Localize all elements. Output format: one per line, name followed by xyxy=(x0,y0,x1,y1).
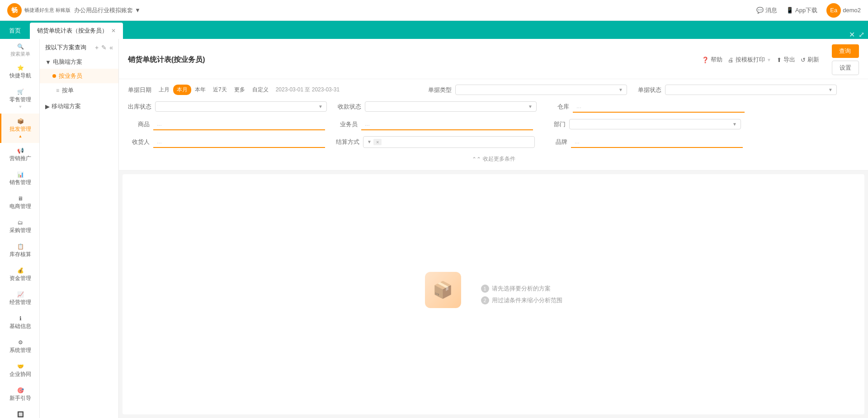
product-control[interactable]: ... xyxy=(153,118,325,130)
scheme-edit-btn[interactable]: ✎ xyxy=(101,44,107,51)
download-icon: 📱 xyxy=(786,7,793,14)
user-area[interactable]: Ea demo2 xyxy=(826,3,861,18)
newguide-label: 新手引导 xyxy=(9,394,31,402)
refresh-btn[interactable]: ↺ 刷新 xyxy=(801,56,819,64)
date-tab-more[interactable]: 更多 xyxy=(231,85,249,95)
scheme-add-btn[interactable]: + xyxy=(95,44,99,51)
warehouse-control[interactable]: ... xyxy=(573,100,745,113)
sidebar-item-appcenter[interactable]: 🔲 应用中心 xyxy=(0,407,39,418)
scheme-group-mobile: ▶ 移动端方案 xyxy=(40,100,118,115)
doc-type-select[interactable]: ▼ xyxy=(455,85,627,95)
breadcrumb[interactable]: 办公用品行业模拟账套 ▼ xyxy=(74,6,141,14)
payment-status-label: 收款状态 xyxy=(338,103,365,111)
print-label: 按模板打印 xyxy=(736,56,765,64)
product-dots: ... xyxy=(157,120,162,127)
tab-bar: 首页 销货单统计表（按业务员） ✕ ✕ ⤢ xyxy=(0,21,868,39)
department-select[interactable]: ▼ xyxy=(569,119,741,129)
settlement-tag-item: × xyxy=(373,139,382,145)
consignee-control[interactable]: ... xyxy=(153,136,325,148)
settlement-tag-control[interactable]: ▼ × xyxy=(363,136,535,148)
app-download-btn[interactable]: 📱 App下载 xyxy=(786,6,817,14)
marketing-label: 营销推广 xyxy=(9,155,31,162)
date-tab-last-month[interactable]: 上月 xyxy=(155,85,173,95)
date-label: 单据日期 xyxy=(128,86,155,94)
inventory-label: 库存核算 xyxy=(9,251,31,258)
retail-arrow: ▼ xyxy=(19,104,23,109)
tab-close-icon[interactable]: ✕ xyxy=(111,28,116,34)
search-label: 搜索菜单 xyxy=(10,51,30,57)
collapse-btn[interactable]: ⌃⌃ 收起更多条件 xyxy=(128,153,859,165)
tab-sales-stat[interactable]: 销货单统计表（按业务员） ✕ xyxy=(30,23,123,39)
out-status-select[interactable]: ▼ xyxy=(155,101,327,112)
settlement-tag-close[interactable]: × xyxy=(376,139,379,145)
sidebar-item-sales[interactable]: 📊 销售管理 xyxy=(0,167,39,191)
scheme-panel-title: 按以下方案查询 xyxy=(45,43,86,52)
collapse-label: 收起更多条件 xyxy=(483,155,515,163)
sidebar-item-inventory[interactable]: 📋 库存核算 xyxy=(0,239,39,263)
sidebar-item-basic[interactable]: ℹ 基础信息 xyxy=(0,311,39,335)
scheme-panel: 按以下方案查询 + ✎ « ▼ 电脑端方案 按业务员 ≡ 按单 xyxy=(40,39,119,418)
date-tabs: 上月 本月 本年 近7天 更多 自定义 xyxy=(155,85,272,95)
sidebar-search[interactable]: 🔍 搜索菜单 xyxy=(0,39,39,60)
payment-status-control[interactable]: ▼ xyxy=(365,101,537,112)
doc-status-control[interactable]: ▼ xyxy=(665,85,837,95)
scheme-group-mobile-header[interactable]: ▶ 移动端方案 xyxy=(40,100,118,113)
tab-close-all-icon[interactable]: ✕ xyxy=(849,30,855,39)
sidebar-item-finance[interactable]: 💰 资金管理 xyxy=(0,263,39,287)
doc-status-select[interactable]: ▼ xyxy=(665,85,837,95)
header-right: 💬 消息 📱 App下载 Ea demo2 xyxy=(756,3,861,18)
sidebar-item-marketing[interactable]: 📢 营销推广 xyxy=(0,143,39,167)
department-control[interactable]: ▼ xyxy=(569,119,741,129)
salesperson-input[interactable]: ... xyxy=(361,118,533,130)
sidebar-item-retail[interactable]: 🛒 零售管理 ▼ xyxy=(0,84,39,114)
sidebar-item-operations[interactable]: 📈 经营管理 xyxy=(0,287,39,311)
sidebar-item-newguide[interactable]: 🎯 新手引导 xyxy=(0,383,39,407)
consignee-input[interactable]: ... xyxy=(153,136,325,148)
date-tab-custom[interactable]: 自定义 xyxy=(249,85,272,95)
search-icon: 🔍 xyxy=(17,43,24,50)
doc-status-label: 单据状态 xyxy=(638,86,665,94)
doc-type-control[interactable]: ▼ xyxy=(455,85,627,95)
scheme-collapse-btn[interactable]: « xyxy=(109,44,113,51)
scheme-item-order[interactable]: ≡ 按单 xyxy=(40,83,118,98)
tab-expand-icon[interactable]: ⤢ xyxy=(859,30,864,39)
brand-control[interactable]: ... xyxy=(571,136,743,148)
sidebar-item-wholesale[interactable]: 📦 批发管理 ▲ xyxy=(0,114,39,143)
sidebar-quick-nav[interactable]: ⭐ 快捷导航 xyxy=(0,60,39,84)
collapse-arrow-icon: ⌃⌃ xyxy=(472,156,481,162)
salesperson-control[interactable]: ... xyxy=(361,118,533,130)
scheme-group-pc-header[interactable]: ▼ 电脑端方案 xyxy=(40,55,118,69)
help-btn[interactable]: ❓ 帮助 xyxy=(702,56,722,64)
mobile-group-label: 移动端方案 xyxy=(52,102,81,110)
date-tab-7days[interactable]: 近7天 xyxy=(209,85,231,95)
out-status-control[interactable]: ▼ xyxy=(155,101,327,112)
scheme-group-pc: ▼ 电脑端方案 按业务员 ≡ 按单 xyxy=(40,55,118,100)
tab-bar-right: ✕ ⤢ xyxy=(849,30,868,39)
settings-btn[interactable]: 设置 xyxy=(832,61,859,75)
message-btn[interactable]: 💬 消息 xyxy=(756,6,777,14)
settlement-control[interactable]: ▼ × xyxy=(363,136,535,148)
sidebar-item-enterprise[interactable]: 🤝 企业协同 xyxy=(0,359,39,383)
payment-status-select[interactable]: ▼ xyxy=(365,101,537,112)
warehouse-input[interactable]: ... xyxy=(573,100,745,113)
sidebar-item-system[interactable]: ⚙ 系统管理 xyxy=(0,335,39,359)
export-btn[interactable]: ⬆ 导出 xyxy=(777,56,795,64)
brand-label: 品牌 xyxy=(546,138,571,146)
tab-home[interactable]: 首页 xyxy=(2,23,28,39)
settlement-label: 结算方式 xyxy=(336,138,363,146)
scheme-item-salesperson[interactable]: 按业务员 xyxy=(40,69,118,83)
user-avatar: Ea xyxy=(826,3,841,18)
date-tab-this-year[interactable]: 本年 xyxy=(191,85,209,95)
query-btn[interactable]: 查询 xyxy=(832,44,859,58)
sidebar-item-purchase[interactable]: 🗂 采购管理 xyxy=(0,215,39,239)
page-actions: ❓ 帮助 🖨 按模板打印 ▼ ⬆ 导出 ↺ 刷新 xyxy=(702,44,859,75)
date-tab-this-month[interactable]: 本月 xyxy=(173,85,191,95)
active-dot xyxy=(52,74,56,78)
retail-label: 零售管理 xyxy=(9,96,31,104)
message-label: 消息 xyxy=(765,6,777,14)
product-input[interactable]: ... xyxy=(153,118,325,130)
print-btn[interactable]: 🖨 按模板打印 ▼ xyxy=(728,56,771,64)
sidebar-item-ecommerce[interactable]: 🖥 电商管理 xyxy=(0,191,39,215)
app-download-label: App下载 xyxy=(795,6,817,14)
brand-input[interactable]: ... xyxy=(571,136,743,148)
